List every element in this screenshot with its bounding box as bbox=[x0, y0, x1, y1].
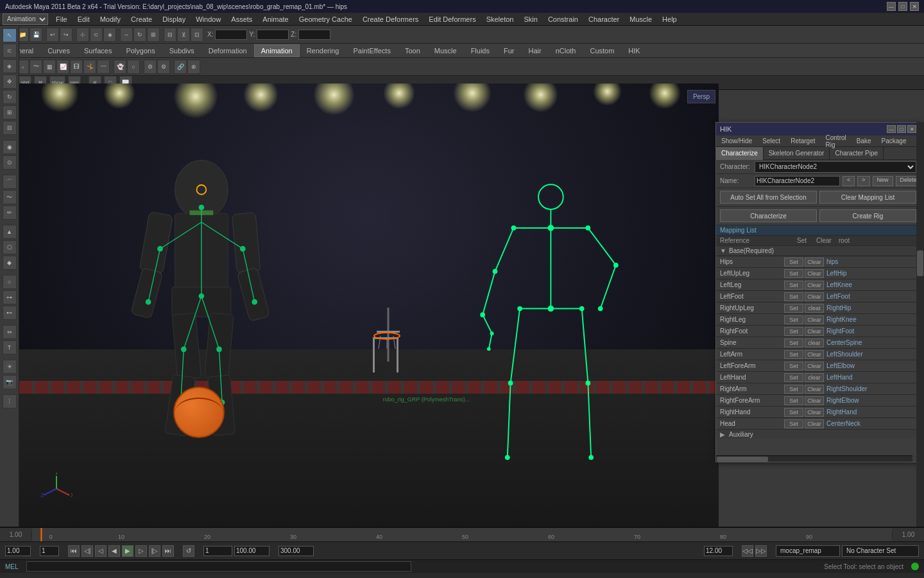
hik-create-rig-btn[interactable]: Create Rig bbox=[819, 209, 916, 222]
menu-character[interactable]: Character bbox=[583, 14, 624, 24]
viewport[interactable]: robo_rig_GRP (PolymeshTrans)... X Y Z bbox=[19, 83, 719, 527]
hik-bottom-scrollbar[interactable] bbox=[716, 455, 912, 462]
hik-characterize-btn[interactable]: Characterize bbox=[720, 209, 817, 222]
edge-btn[interactable]: ⬡ bbox=[3, 240, 17, 254]
paint-select-btn[interactable]: ◈ bbox=[3, 59, 17, 73]
menu-create-def[interactable]: Create Deformers bbox=[357, 14, 424, 24]
go-to-end-btn[interactable]: ⏭ bbox=[162, 545, 174, 557]
timeline-numbers[interactable]: 0 10 20 30 40 50 60 70 80 90 bbox=[32, 528, 892, 541]
dope-sheet-btn[interactable]: ▦ bbox=[43, 60, 56, 74]
range-end-input[interactable] bbox=[234, 546, 270, 556]
hik-tab-characterize[interactable]: Characterize bbox=[716, 147, 764, 160]
lasso-btn[interactable]: ⊂ bbox=[90, 28, 103, 42]
mr-clear-7[interactable]: clear bbox=[805, 338, 824, 347]
hik-name-input[interactable] bbox=[755, 176, 840, 186]
go-to-start-btn[interactable]: ⏮ bbox=[68, 545, 80, 557]
y-input[interactable] bbox=[257, 30, 289, 40]
poly-btn[interactable]: ▲ bbox=[3, 225, 17, 239]
tab-muscle[interactable]: Muscle bbox=[427, 44, 464, 57]
hik-tab-skeleton-gen[interactable]: Skeleton Generator bbox=[764, 147, 830, 160]
graph-editor-btn[interactable]: 📈 bbox=[56, 60, 69, 74]
time-value-input[interactable] bbox=[704, 546, 733, 556]
menu-edit-def[interactable]: Edit Deformers bbox=[424, 14, 481, 24]
ik-handle-btn[interactable]: ⊶ bbox=[3, 290, 17, 304]
hik-menu-retarget[interactable]: Retarget bbox=[785, 136, 820, 146]
soft-mod-btn[interactable]: ◉ bbox=[3, 140, 17, 154]
rotate-btn[interactable]: ↻ bbox=[133, 28, 146, 42]
mr-clear-9[interactable]: Clear bbox=[805, 362, 824, 371]
prev-key-btn[interactable]: ◁| bbox=[81, 545, 93, 557]
mr-clear-4[interactable]: cleat bbox=[805, 304, 824, 313]
mapping-list[interactable]: ▼ Base(Required) Hips Set Clear hips Lef… bbox=[716, 246, 920, 439]
mr-set-6[interactable]: Set bbox=[784, 327, 803, 336]
mr-set-5[interactable]: Set bbox=[784, 315, 803, 324]
mr-set-12[interactable]: Set bbox=[784, 396, 803, 405]
frame-current[interactable] bbox=[40, 546, 59, 556]
menu-assets[interactable]: Assets bbox=[226, 14, 257, 24]
play-back-btn[interactable]: ◀ bbox=[108, 545, 120, 557]
range-start-input[interactable] bbox=[203, 546, 232, 556]
menu-skin[interactable]: Skin bbox=[518, 14, 542, 24]
play-fwd-btn[interactable]: ▶ bbox=[122, 545, 133, 557]
tab-fluids[interactable]: Fluids bbox=[464, 44, 497, 57]
mr-set-3[interactable]: Set bbox=[784, 292, 803, 301]
mr-clear-1[interactable]: Clear bbox=[805, 269, 824, 278]
mr-clear-3[interactable]: Clear bbox=[805, 292, 824, 301]
hik-menu-select[interactable]: Select bbox=[757, 136, 785, 146]
scale-tool-btn[interactable]: ⊞ bbox=[3, 105, 17, 119]
hik-nav-next[interactable]: > bbox=[857, 176, 869, 186]
view-label[interactable]: Persp bbox=[687, 90, 715, 103]
menu-modify[interactable]: Modify bbox=[95, 14, 126, 24]
select-btn[interactable]: ⊹ bbox=[76, 28, 89, 42]
mr-set-7[interactable]: Set bbox=[784, 338, 803, 347]
mr-clear-2[interactable]: Clear bbox=[805, 281, 824, 290]
tab-painteffects[interactable]: PaintEffects bbox=[346, 44, 398, 57]
mr-set-8[interactable]: Set bbox=[784, 350, 803, 359]
tab-polygons[interactable]: Polygons bbox=[119, 44, 162, 57]
hik-tab-char-pipe[interactable]: Character Pipe bbox=[830, 147, 884, 160]
mr-set-10[interactable]: Set bbox=[784, 373, 803, 382]
lasso-tool-btn[interactable]: ⊂ bbox=[3, 44, 17, 58]
cam-tool-btn[interactable]: 📷 bbox=[3, 375, 17, 389]
scale-btn[interactable]: ⊞ bbox=[147, 28, 160, 42]
hik-clear-mapping-btn[interactable]: Clear Mapping List bbox=[819, 191, 916, 204]
slower-btn[interactable]: ◁◁ bbox=[742, 545, 753, 557]
rotate-tool-btn[interactable]: ↻ bbox=[3, 90, 17, 104]
mr-set-0[interactable]: Set bbox=[784, 258, 803, 267]
tab-hair[interactable]: Hair bbox=[521, 44, 548, 57]
menu-geo-cache[interactable]: Geometry Cache bbox=[294, 14, 357, 24]
text-tool-btn[interactable]: T bbox=[3, 340, 17, 355]
prev-frame-btn[interactable]: ◁ bbox=[95, 545, 107, 557]
hik-menu-package[interactable]: Package bbox=[877, 136, 912, 146]
mr-clear-5[interactable]: Clear bbox=[805, 315, 824, 324]
tab-custom[interactable]: Custom bbox=[583, 44, 621, 57]
minimize-button[interactable]: — bbox=[887, 2, 896, 11]
hik-maximize[interactable]: □ bbox=[897, 125, 906, 133]
tab-deformation[interactable]: Deformation bbox=[201, 44, 254, 57]
hik-bottom-scroll-thumb[interactable] bbox=[717, 457, 768, 462]
mr-set-9[interactable]: Set bbox=[784, 362, 803, 371]
menu-window[interactable]: Window bbox=[191, 14, 226, 24]
tab-ncloth[interactable]: nCloth bbox=[549, 44, 583, 57]
faster-btn[interactable]: ▷▷ bbox=[755, 545, 767, 557]
move-tool-btn[interactable]: ✥ bbox=[3, 74, 17, 89]
tab-subdivs[interactable]: Subdivs bbox=[162, 44, 201, 57]
hik-right-scroll-thumb[interactable] bbox=[917, 250, 923, 276]
menu-constrain[interactable]: Constrain bbox=[543, 14, 583, 24]
tab-fur[interactable]: Fur bbox=[497, 44, 522, 57]
mr-set-11[interactable]: Set bbox=[784, 385, 803, 394]
mr-clear-14[interactable]: Clear bbox=[805, 419, 824, 428]
hik-auto-set-btn[interactable]: Auto Set All from Selection bbox=[720, 191, 817, 204]
mr-clear-11[interactable]: Clear bbox=[805, 385, 824, 394]
tab-animation[interactable]: Animation bbox=[254, 44, 300, 57]
ik-btn[interactable]: ⚙ bbox=[144, 60, 157, 74]
mode-selector[interactable]: Animation bbox=[3, 13, 48, 25]
section-auxiliary[interactable]: ▶ Auxiliary bbox=[716, 430, 920, 439]
next-frame-btn[interactable]: ▷ bbox=[135, 545, 147, 557]
undo-btn[interactable]: ↩ bbox=[46, 28, 59, 42]
tab-hik[interactable]: HIK bbox=[621, 44, 647, 57]
constraint-btn[interactable]: 🔗 bbox=[174, 60, 187, 74]
maximize-button[interactable]: □ bbox=[898, 2, 907, 11]
select-tool-btn[interactable]: ↖ bbox=[3, 28, 17, 42]
menu-edit[interactable]: Edit bbox=[73, 14, 95, 24]
